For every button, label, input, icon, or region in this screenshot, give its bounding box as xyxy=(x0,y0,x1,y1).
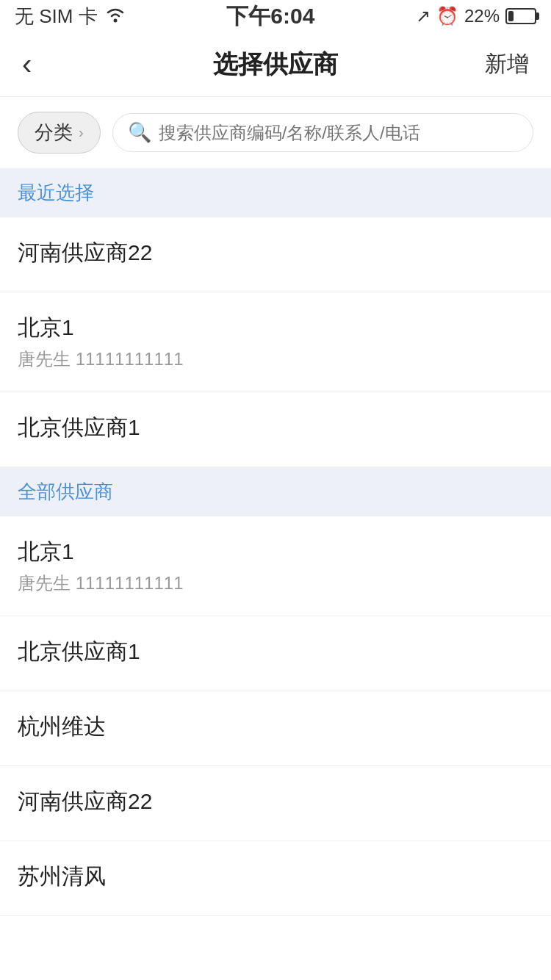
status-right: ↗ ⏰ 22% xyxy=(416,6,536,26)
item-name: 北京1 xyxy=(18,313,533,343)
item-name: 杭州维达 xyxy=(18,712,533,742)
list-item[interactable]: 北京供应商1 xyxy=(0,616,551,691)
list-item[interactable]: 北京1唐先生 11111111111 xyxy=(0,516,551,616)
item-sub: 唐先生 11111111111 xyxy=(18,572,533,595)
chevron-right-icon: › xyxy=(79,124,84,141)
category-button[interactable]: 分类 › xyxy=(18,112,101,154)
section-header-all: 全部供应商 xyxy=(0,467,551,516)
filter-bar: 分类 › 🔍 xyxy=(0,97,551,168)
location-icon: ↗ xyxy=(416,6,431,26)
item-name: 河南供应商22 xyxy=(18,238,533,268)
list-item[interactable]: 杭州维达 xyxy=(0,691,551,766)
list-item[interactable]: 河南供应商22 xyxy=(0,766,551,841)
back-button[interactable]: ‹ xyxy=(22,48,66,81)
search-input[interactable] xyxy=(159,123,518,143)
status-bar: 无 SIM 卡 下午6:04 ↗ ⏰ 22% xyxy=(0,0,551,32)
search-icon: 🔍 xyxy=(128,121,151,144)
category-label: 分类 xyxy=(35,120,73,145)
section-header-recent: 最近选择 xyxy=(0,168,551,217)
item-name: 苏州清风 xyxy=(18,862,533,892)
svg-point-0 xyxy=(113,18,117,22)
item-name: 北京1 xyxy=(18,537,533,567)
battery-icon xyxy=(505,8,536,24)
item-name: 北京供应商1 xyxy=(18,413,533,443)
add-button[interactable]: 新增 xyxy=(485,49,529,79)
item-name: 河南供应商22 xyxy=(18,787,533,817)
alarm-icon: ⏰ xyxy=(436,6,458,26)
page-title: 选择供应商 xyxy=(213,48,338,82)
section-header-text-all: 全部供应商 xyxy=(18,480,113,502)
item-name: 北京供应商1 xyxy=(18,637,533,667)
list-item[interactable]: 北京供应商1 xyxy=(0,392,551,467)
list-item[interactable]: 苏州清风 xyxy=(0,841,551,916)
search-box[interactable]: 🔍 xyxy=(112,113,533,152)
section-header-text-recent: 最近选择 xyxy=(18,181,94,203)
battery-percent: 22% xyxy=(464,6,500,26)
wifi-icon xyxy=(105,5,126,28)
sim-status: 无 SIM 卡 xyxy=(15,4,98,29)
list-item[interactable]: 北京1唐先生 11111111111 xyxy=(0,292,551,392)
item-sub: 唐先生 11111111111 xyxy=(18,347,533,371)
list-item[interactable]: 河南供应商22 xyxy=(0,217,551,292)
sections-container: 最近选择河南供应商22北京1唐先生 11111111111北京供应商1全部供应商… xyxy=(0,168,551,916)
status-time: 下午6:04 xyxy=(226,1,314,32)
nav-bar: ‹ 选择供应商 新增 xyxy=(0,32,551,97)
status-left: 无 SIM 卡 xyxy=(15,4,126,29)
